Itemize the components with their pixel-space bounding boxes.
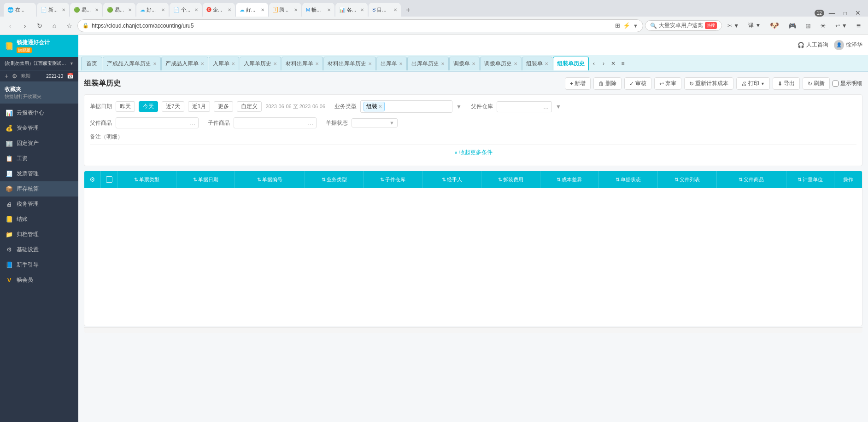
browser-tab-11[interactable]: 📊 各... ✕ xyxy=(335,3,368,17)
game-btn[interactable]: 🎮 xyxy=(785,21,800,31)
th-order-status[interactable]: ⇅单据状态 xyxy=(599,171,658,188)
undo-btn[interactable]: ↩ ▼ xyxy=(832,21,850,30)
date-btn-last1month[interactable]: 近1月 xyxy=(188,101,211,112)
recalculate-button[interactable]: ↻ 重新计算成本 xyxy=(684,77,733,90)
address-bar[interactable]: 🔒 https://cloud.chanjet.com/accounting/u… xyxy=(77,19,643,32)
scissors-btn[interactable]: ✂ ▼ xyxy=(724,21,743,30)
tab-out-history[interactable]: 出库单历史 ✕ xyxy=(407,57,449,70)
forward-btn[interactable]: › xyxy=(18,19,31,32)
browser-tab-8-active[interactable]: ☁ 好... ✕ xyxy=(236,3,268,17)
tab-production-in-history[interactable]: 产成品入库单历史 ✕ xyxy=(103,57,161,70)
tab-close[interactable]: ✕ xyxy=(228,7,231,12)
sidebar-item-member[interactable]: V 畅会员 xyxy=(0,272,78,288)
calendar-icon[interactable]: 📅 xyxy=(67,73,74,79)
sidebar-item-tax[interactable]: 🖨 税务管理 xyxy=(0,197,78,212)
child-goods-more-icon[interactable]: ... xyxy=(308,119,313,127)
parent-warehouse-input[interactable]: ... xyxy=(497,101,552,112)
favorites-shortcut[interactable]: 快捷键打开收藏夹 xyxy=(5,93,74,100)
date-btn-custom[interactable]: 自定义 xyxy=(237,101,262,112)
print-button[interactable]: 🖨 打印 ▼ xyxy=(736,77,770,90)
date-btn-today[interactable]: 今天 xyxy=(139,101,158,112)
sidebar-item-guide[interactable]: 📘 新手引导 xyxy=(0,257,78,272)
tab-nav-prev[interactable]: ‹ xyxy=(589,59,598,68)
tab-close[interactable]: ✕ xyxy=(153,61,157,66)
date-btn-yesterday[interactable]: 昨天 xyxy=(116,101,135,112)
user-btn[interactable]: 👤 徐泽华 xyxy=(834,40,862,50)
minimize-btn[interactable]: — xyxy=(825,9,839,17)
tab-material-out-history[interactable]: 材料出库单历史 ✕ xyxy=(323,57,376,70)
browser-tab-10[interactable]: M 畅... ✕ xyxy=(302,3,334,17)
sidebar-item-cloud-report[interactable]: 📊 云报表中心 xyxy=(0,105,78,121)
th-checkbox[interactable] xyxy=(101,171,117,188)
tab-close[interactable]: ✕ xyxy=(315,61,319,66)
th-parent-goods[interactable]: ⇅父件商品 xyxy=(717,171,786,188)
tab-assembly-history-active[interactable]: 组装单历史 xyxy=(553,57,589,70)
delete-button[interactable]: 🗑 删除 xyxy=(593,77,622,90)
reload-btn[interactable]: ↻ xyxy=(33,19,46,32)
th-child-warehouse[interactable]: ⇅子件仓库 xyxy=(364,171,422,188)
browser-tab-5[interactable]: ☁ 好... ✕ xyxy=(136,3,169,17)
th-settings[interactable]: ⚙ xyxy=(84,171,101,188)
settings-cog-icon[interactable]: ⚙ xyxy=(12,73,18,80)
sidebar-item-fund[interactable]: 💰 资金管理 xyxy=(0,121,78,136)
tab-close[interactable]: ✕ xyxy=(261,7,264,12)
abandon-button[interactable]: ↩ 弃审 xyxy=(654,77,681,90)
show-detail-checkbox-label[interactable]: 显示明细 xyxy=(833,80,862,87)
tab-close[interactable]: ✕ xyxy=(62,7,65,12)
child-goods-input[interactable]: ... xyxy=(234,117,317,128)
back-btn[interactable]: ‹ xyxy=(4,19,17,32)
grid-btn[interactable]: ⊞ xyxy=(802,21,815,31)
plus-icon[interactable]: + xyxy=(5,72,8,80)
th-disassembly-cost[interactable]: ⇅拆装费用 xyxy=(481,171,540,188)
sun-btn[interactable]: ☀ xyxy=(816,21,830,31)
browser-tab-1[interactable]: 🌐 在... xyxy=(4,3,36,17)
tab-close[interactable]: ✕ xyxy=(441,61,445,66)
date-btn-last7[interactable]: 近7天 xyxy=(162,101,184,112)
translate-btn[interactable]: 译 ▼ xyxy=(745,20,764,31)
tab-nav-next[interactable]: › xyxy=(599,59,608,68)
tab-close[interactable]: ✕ xyxy=(161,7,165,12)
tab-close[interactable]: ✕ xyxy=(393,7,397,12)
sidebar-item-archive[interactable]: 📁 归档管理 xyxy=(0,227,78,242)
tab-assembly[interactable]: 组装单 ✕ xyxy=(522,57,552,70)
tab-close[interactable]: ✕ xyxy=(128,7,132,12)
tab-close[interactable]: ✕ xyxy=(360,7,364,12)
tab-more[interactable]: ≡ xyxy=(618,59,628,68)
menu-btn[interactable]: ≡ xyxy=(853,20,864,31)
tab-close[interactable]: ✕ xyxy=(95,7,99,12)
th-parent-list[interactable]: ⇅父件列表 xyxy=(658,171,717,188)
tab-close[interactable]: ✕ xyxy=(514,61,517,66)
tag-remove-icon[interactable]: ✕ xyxy=(378,104,382,109)
tab-close[interactable]: ✕ xyxy=(294,7,298,12)
browser-tab-7[interactable]: 🅒 企... ✕ xyxy=(203,3,235,17)
tab-close[interactable]: ✕ xyxy=(327,7,331,12)
browser-tab-4[interactable]: 🟢 易... ✕ xyxy=(103,3,135,17)
home-btn[interactable]: ⌂ xyxy=(48,19,61,32)
sidebar-item-invoice[interactable]: 🧾 发票管理 xyxy=(0,166,78,181)
collapse-btn[interactable]: ∧ 收起更多条件 xyxy=(90,145,856,160)
tab-close[interactable]: ✕ xyxy=(231,61,235,66)
browser-tab-6[interactable]: 📄 个... ✕ xyxy=(170,3,202,17)
sidebar-item-fixed-assets[interactable]: 🏢 固定资产 xyxy=(0,136,78,151)
tab-in-order[interactable]: 入库单 ✕ xyxy=(209,57,239,70)
sidebar-item-salary[interactable]: 📋 工资 xyxy=(0,151,78,166)
service-btn[interactable]: 🎧 人工咨询 xyxy=(798,41,828,49)
tab-close[interactable]: ✕ xyxy=(273,61,277,66)
refresh-button[interactable]: ↻ 刷新 xyxy=(803,77,830,90)
sidebar-item-basic-settings[interactable]: ⚙ 基础设置 xyxy=(0,242,78,257)
th-number[interactable]: ⇅单据编号 xyxy=(235,171,305,188)
browser-tab-12[interactable]: S 目... ✕ xyxy=(369,3,401,17)
browser-tab-3[interactable]: 🟢 易... ✕ xyxy=(70,3,102,17)
business-type-dropdown[interactable]: ▼ xyxy=(456,104,462,110)
tab-close[interactable]: ✕ xyxy=(399,61,403,66)
tab-close-all[interactable]: ✕ xyxy=(609,59,618,68)
th-business[interactable]: ⇅业务类型 xyxy=(305,171,364,188)
export-button[interactable]: ⬇ 导出 xyxy=(773,77,800,90)
company-selector[interactable]: (勿删勿禁用）江西服宝测试专用 ▼ xyxy=(0,57,78,70)
header-checkbox[interactable] xyxy=(106,176,112,183)
tab-close[interactable]: ✕ xyxy=(194,7,198,12)
tab-close[interactable]: ✕ xyxy=(368,61,372,66)
sidebar-item-inventory[interactable]: 📦 库存核算 xyxy=(0,181,78,197)
order-status-select[interactable]: ▼ xyxy=(352,118,398,127)
date-btn-more[interactable]: 更多 xyxy=(214,101,233,112)
